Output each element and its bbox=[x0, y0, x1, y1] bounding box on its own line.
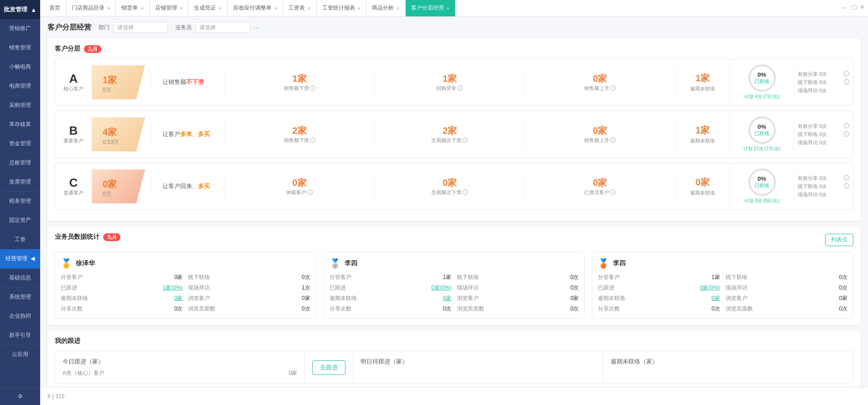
tab-close-icon[interactable]: × bbox=[274, 5, 277, 11]
stat-c-1-label: 交易频次下滑 i bbox=[378, 189, 521, 196]
info-icon[interactable]: i bbox=[844, 71, 849, 76]
info-icon[interactable]: i bbox=[844, 131, 849, 137]
tab-close-icon[interactable]: × bbox=[358, 5, 361, 11]
medal-bronze-icon: 🥉 bbox=[598, 258, 609, 269]
info-icon[interactable]: i bbox=[462, 189, 468, 195]
sidebar-item-guide[interactable]: 新手引导 bbox=[0, 326, 40, 345]
staff-stat-row: 浏览页面数 0次 bbox=[457, 305, 579, 313]
tier-c-plan: 计划 0次 (0天/次) bbox=[744, 198, 779, 204]
stat-b-0-count: 2家 bbox=[228, 125, 371, 136]
content-area: 客户分层经营 部门 请选择 业务员 请选择 ··· 客户分层 九月 bbox=[40, 16, 868, 387]
sidebar-item-ecommerce-small[interactable]: 小畅电商 bbox=[0, 58, 40, 77]
maximize-icon[interactable]: □ bbox=[852, 3, 857, 13]
tab-close-icon[interactable]: × bbox=[180, 5, 183, 11]
tab-close-icon[interactable]: × bbox=[141, 5, 143, 11]
biz-stats-section: 业务员数据统计 九月 列表式 🥇 徐泽华 分管客户 0家 bbox=[47, 226, 861, 325]
tab-close-icon[interactable]: × bbox=[219, 5, 221, 11]
tab-bar: 首页 门店商品目录 × 销货单 × 店铺管理 × 生成凭证 × 应收应付调整单 … bbox=[40, 0, 868, 16]
info-icon[interactable]: i bbox=[610, 85, 616, 91]
sidebar-item-finance[interactable]: 资金管理 bbox=[0, 134, 40, 153]
info-icon[interactable]: i bbox=[610, 137, 616, 143]
tab-home[interactable]: 首页 bbox=[44, 0, 66, 16]
sidebar-collapse-icon[interactable]: ▲ bbox=[31, 6, 37, 13]
tab-close-icon[interactable]: × bbox=[107, 5, 110, 11]
stat-a-0-label: 销售额下滑 i bbox=[228, 85, 371, 92]
tier-b-action-1: 线下联络 0次 i bbox=[798, 131, 849, 138]
sidebar-item-tax[interactable]: 税务管理 bbox=[0, 192, 40, 211]
info-icon[interactable]: i bbox=[844, 175, 849, 180]
sidebar-item-management[interactable]: 经营管理 ◀ bbox=[0, 249, 40, 268]
biz-stats-header: 业务员数据统计 九月 列表式 bbox=[55, 233, 853, 247]
sidebar-item-label: 发票管理 bbox=[9, 179, 31, 185]
biz-month-badge: 九月 bbox=[103, 233, 120, 241]
tier-b-stats: 2家 销售额下滑 i 2家 交易频次下滑 i 0 bbox=[224, 120, 675, 149]
sidebar-item-label: 采购管理 bbox=[9, 102, 31, 108]
sidebar-item-system[interactable]: 系统管理 bbox=[0, 288, 40, 307]
sidebar-item-collaboration[interactable]: 企业协同 bbox=[0, 307, 40, 326]
tier-b-count-block: 4家 0.53万 bbox=[92, 117, 151, 152]
tier-a-highlight: 不下滑 bbox=[186, 79, 204, 85]
info-icon[interactable]: i bbox=[844, 123, 849, 128]
dept-select[interactable]: 请选择 bbox=[113, 22, 168, 33]
tab-product-analysis[interactable]: 商品分析 × bbox=[366, 0, 405, 16]
sidebar-item-invoice[interactable]: 发票管理 bbox=[0, 173, 40, 192]
tab-voucher[interactable]: 生成凭证 × bbox=[188, 0, 227, 16]
tab-sales-order[interactable]: 销货单 × bbox=[116, 0, 149, 16]
sidebar-item-purchase[interactable]: 采购管理 bbox=[0, 96, 40, 115]
followup-col-today-title: 今日跟进（家） bbox=[63, 358, 297, 366]
sidebar-item-payroll[interactable]: 工资 bbox=[0, 230, 40, 249]
staff-stat-row: 线下联络 0次 bbox=[457, 274, 579, 281]
stat-b-1-count: 2家 bbox=[378, 125, 521, 136]
minimize-icon[interactable]: － bbox=[841, 3, 848, 13]
tab-receivable-adjust[interactable]: 应收应付调整单 × bbox=[228, 0, 283, 16]
sidebar-item-cloud[interactable]: 云应用 bbox=[0, 345, 40, 364]
sales-select[interactable]: 请选择 bbox=[195, 22, 250, 33]
stat-a-1-label: 回购异常 i bbox=[378, 85, 521, 92]
followup-col-today: 今日跟进（家） A类（核心）客户 0家 bbox=[55, 351, 305, 384]
tier-b-action-2: 现场拜访 0次 bbox=[798, 139, 849, 146]
info-icon[interactable]: i bbox=[844, 79, 849, 84]
settings-gear-icon[interactable]: ⚙ bbox=[0, 387, 40, 405]
sidebar-item-ecommerce[interactable]: 电商管理 bbox=[0, 77, 40, 96]
tier-c-stats: 0家 休眠客户 i 0家 交易频次下滑 i 0家 bbox=[224, 172, 675, 201]
stat-c-2: 0家 已激活客户 i bbox=[525, 172, 675, 201]
biz-stats-title: 业务员数据统计 九月 bbox=[55, 233, 120, 241]
followup-section: 我的跟进 今日跟进（家） A类（核心）客户 0家 去跟进 明日待跟进（家） 逾期… bbox=[47, 331, 861, 387]
tab-close-icon[interactable]: × bbox=[397, 5, 399, 11]
list-view-button[interactable]: 列表式 bbox=[825, 234, 853, 246]
sidebar-item-sales[interactable]: 销售管理 bbox=[0, 38, 40, 58]
info-icon[interactable]: i bbox=[844, 183, 849, 189]
tab-store-manage[interactable]: 店铺管理 × bbox=[150, 0, 188, 16]
tier-a-action-1: 线下联络 0次 i bbox=[798, 79, 849, 86]
tab-store-products[interactable]: 门店商品目录 × bbox=[66, 0, 116, 16]
sidebar-item-assets[interactable]: 固定资产 bbox=[0, 211, 40, 230]
tab-close-icon[interactable]: × bbox=[447, 5, 450, 11]
sidebar-item-label: 营销推广 bbox=[9, 25, 31, 32]
sidebar-item-marketing[interactable]: 营销推广 bbox=[0, 19, 40, 38]
sidebar-item-ledger[interactable]: 总账管理 bbox=[0, 153, 40, 173]
tier-b-overdue-count: 1家 bbox=[679, 124, 726, 137]
info-icon[interactable]: i bbox=[310, 85, 315, 91]
page-header: 客户分层经营 部门 请选择 业务员 请选择 ··· bbox=[47, 22, 861, 33]
tab-payroll-report[interactable]: 工资统计报表 × bbox=[317, 0, 366, 16]
sidebar-header[interactable]: 批发管理 ▲ bbox=[0, 0, 40, 19]
info-icon[interactable]: i bbox=[310, 137, 315, 143]
info-icon[interactable]: i bbox=[462, 137, 468, 143]
tab-payroll[interactable]: 工资表 × bbox=[283, 0, 316, 16]
staff-stat-row: 浏览页面数 0次 bbox=[188, 305, 310, 313]
info-icon[interactable]: i bbox=[457, 85, 463, 91]
info-icon[interactable]: i bbox=[610, 189, 616, 195]
staff-stat-row: 分享次数 0次 bbox=[329, 305, 451, 313]
close-window-icon[interactable]: × bbox=[860, 3, 864, 13]
tier-a-plan: 计划 4次 (7天/次) bbox=[744, 94, 779, 100]
staff-name-1: 李四 bbox=[345, 259, 357, 268]
tab-customer-tier[interactable]: 客户分层经营 × bbox=[406, 0, 455, 16]
more-filter-icon[interactable]: ··· bbox=[254, 24, 259, 31]
sidebar-item-basic[interactable]: 基础信息 bbox=[0, 268, 40, 288]
tab-close-icon[interactable]: × bbox=[308, 5, 310, 11]
goto-followup-button[interactable]: 去跟进 bbox=[312, 360, 345, 375]
month-badge: 九月 bbox=[84, 45, 101, 53]
sidebar-item-inventory[interactable]: 库存核算 bbox=[0, 115, 40, 134]
info-icon[interactable]: i bbox=[307, 189, 313, 195]
tier-a-pct-label: 已联络 bbox=[754, 78, 769, 85]
